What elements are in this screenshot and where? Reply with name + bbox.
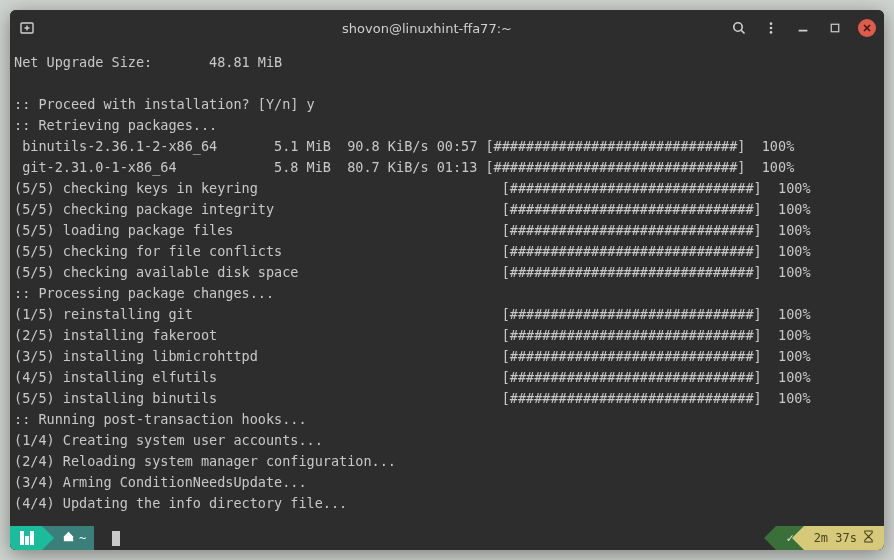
terminal-window: shovon@linuxhint-ffa77:~ Net Upgrade Siz…: [10, 10, 884, 550]
svg-rect-13: [25, 536, 29, 545]
svg-point-5: [770, 22, 773, 25]
svg-point-3: [734, 23, 742, 31]
svg-point-7: [770, 31, 773, 34]
new-tab-icon[interactable]: [18, 19, 36, 37]
elapsed-text: 2m 37s: [814, 531, 857, 545]
manjaro-icon: [20, 531, 34, 545]
window-title: shovon@linuxhint-ffa77:~: [138, 21, 716, 36]
hourglass-icon: [863, 530, 874, 546]
svg-rect-9: [831, 24, 839, 32]
svg-rect-12: [20, 531, 24, 545]
cwd-text: ~: [79, 531, 86, 545]
titlebar: shovon@linuxhint-ffa77:~: [10, 10, 884, 46]
svg-point-6: [770, 27, 773, 30]
svg-rect-14: [30, 531, 34, 545]
cursor-block: [112, 531, 120, 546]
menu-icon[interactable]: [762, 19, 780, 37]
status-bar: ~ ✓ 2m 37s: [10, 526, 884, 550]
search-icon[interactable]: [730, 19, 748, 37]
minimize-button[interactable]: [794, 19, 812, 37]
prompt-cursor-segment: [94, 526, 128, 550]
distro-segment: [10, 526, 42, 550]
home-icon: [62, 530, 75, 546]
terminal-output[interactable]: Net Upgrade Size: 48.81 MiB :: Proceed w…: [10, 46, 884, 526]
svg-line-4: [741, 30, 744, 33]
elapsed-segment: 2m 37s: [804, 526, 884, 550]
close-button[interactable]: [858, 19, 876, 37]
maximize-button[interactable]: [826, 19, 844, 37]
